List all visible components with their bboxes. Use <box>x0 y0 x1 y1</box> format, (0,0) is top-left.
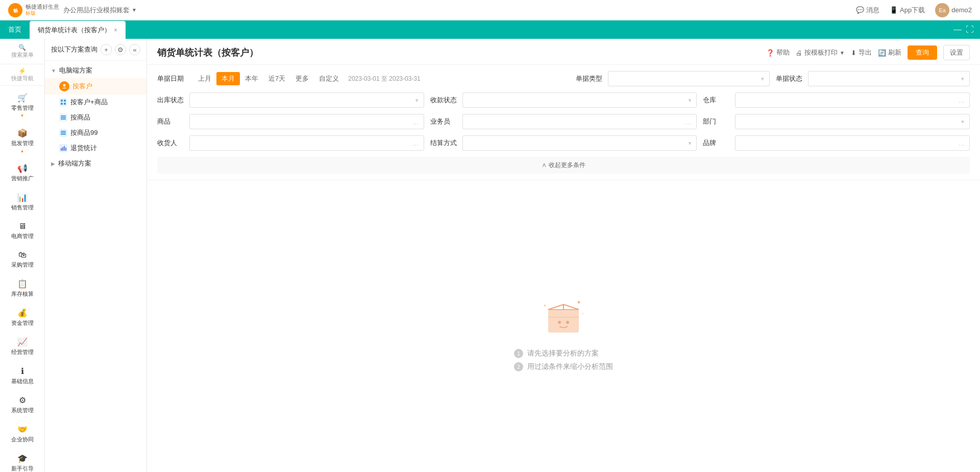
finance-icon: 💰 <box>17 308 28 318</box>
tab-home[interactable]: 首页 <box>0 20 30 39</box>
svg-text:✦: ✦ <box>543 303 547 308</box>
svg-point-21 <box>566 321 569 324</box>
delivery-select[interactable]: ▼ <box>189 92 424 108</box>
settings-btn[interactable]: 设置 <box>943 45 970 60</box>
message-btn[interactable]: 💬 消息 <box>856 6 879 15</box>
date-btn-this-year[interactable]: 本年 <box>240 72 263 85</box>
marketing-icon: 📢 <box>17 163 28 173</box>
panel-add-btn[interactable]: + <box>101 44 112 55</box>
tree-item-by-customer[interactable]: 按客户 <box>45 78 146 95</box>
filter-col-brand: 品牌 … <box>703 135 970 151</box>
basic-icon: ℹ <box>21 366 24 376</box>
by-customer-product-icon <box>59 98 67 106</box>
sidebar-item-finance[interactable]: 💰 资金管理 <box>0 303 44 332</box>
tree-section: ▼ 电脑端方案 按客户 按客户+商品 <box>45 61 146 173</box>
panel-collapse-btn[interactable]: « <box>129 44 140 55</box>
sidebar-item-ecommerce[interactable]: 🖥 电商管理 <box>0 217 44 245</box>
filter-row-date: 单据日期 上月 本月 本年 近7天 更多 自定义 2023-03-01 至 20… <box>157 71 970 86</box>
payment-control: ▼ <box>462 92 697 108</box>
sidebar-item-operations[interactable]: 📈 经营管理 <box>0 332 44 361</box>
date-btn-more[interactable]: 更多 <box>290 72 314 85</box>
sidebar-item-enterprise[interactable]: 🤝 企业协同 <box>0 419 44 449</box>
download-icon: 📱 <box>890 6 898 14</box>
sidebar-item-system[interactable]: ⚙ 系统管理 <box>0 390 44 419</box>
date-btn-7days[interactable]: 近7天 <box>263 72 290 85</box>
settlement-arrow-icon: ▼ <box>687 140 692 146</box>
tree-group-desktop-header[interactable]: ▼ 电脑端方案 <box>45 63 146 78</box>
tree-group-mobile[interactable]: ▶ 移动端方案 <box>45 156 146 171</box>
svg-rect-10 <box>61 131 66 132</box>
product-select[interactable]: … <box>189 114 424 129</box>
order-type-select[interactable]: ▼ <box>608 71 770 86</box>
sidebar-item-wholesale[interactable]: 📦 批发管理 ▲ <box>0 123 44 158</box>
inventory-icon: 📋 <box>17 279 28 289</box>
svg-rect-12 <box>61 134 66 135</box>
purchase-icon: 🛍 <box>18 250 27 259</box>
sidebar-search[interactable]: 🔍 搜索菜单 <box>0 39 44 64</box>
filter-row-4: 收货人 … 结算方式 ▼ <box>157 135 970 151</box>
tree-item-by-product[interactable]: 按商品 <box>45 110 146 125</box>
warehouse-label: 仓库 <box>703 96 731 105</box>
sidebar-item-marketing[interactable]: 📢 营销推广 <box>0 158 44 187</box>
order-type-control: ▼ <box>608 71 770 86</box>
sidebar-item-newbie[interactable]: 🎓 新手引导 <box>0 449 44 472</box>
settlement-select[interactable]: ▼ <box>462 135 697 151</box>
collapse-bar[interactable]: ∧ 收起更多条件 <box>157 157 970 174</box>
sidebar-item-purchase[interactable]: 🛍 采购管理 <box>0 245 44 274</box>
brand-select[interactable]: … <box>735 135 970 151</box>
refresh-icon: 🔄 <box>878 49 886 57</box>
filter-col-department: 部门 ▼ <box>703 114 970 129</box>
date-btn-custom[interactable]: 自定义 <box>314 72 344 85</box>
filter-row-3: 商品 … 业务员 … 部门 <box>157 114 970 129</box>
tree-group-mobile-label: 移动端方案 <box>58 159 91 168</box>
sidebar-nav[interactable]: ⚡ 快捷导航 <box>0 64 44 86</box>
export-btn[interactable]: ⬇ 导出 <box>851 48 872 57</box>
refresh-btn[interactable]: 🔄 刷新 <box>878 48 901 57</box>
svg-text:✦: ✦ <box>576 299 581 306</box>
tree-group-desktop: ▼ 电脑端方案 按客户 按客户+商品 <box>45 63 146 156</box>
industry-selector[interactable]: 办公用品行业模拟账套 ▼ <box>63 6 137 15</box>
filter-row-2: 出库状态 ▼ 收款状态 ▼ <box>157 92 970 108</box>
sidebar-item-sales[interactable]: 📊 销售管理 <box>0 187 44 217</box>
date-btn-this-month[interactable]: 本月 <box>216 72 240 85</box>
query-btn[interactable]: 查询 <box>908 45 937 60</box>
salesperson-select[interactable]: … <box>462 114 697 129</box>
tree-item-return-stats[interactable]: 退货统计 <box>45 140 146 156</box>
tree-item-by-product-99[interactable]: 按商品99 <box>45 125 146 140</box>
by-product-99-icon <box>59 129 67 137</box>
panel-settings-btn[interactable]: ⚙ <box>115 44 126 55</box>
tree-item-by-customer-product[interactable]: 按客户+商品 <box>45 95 146 110</box>
mobile-arrow-icon: ▶ <box>51 161 55 167</box>
department-select[interactable]: ▼ <box>735 114 970 129</box>
by-customer-icon <box>59 81 69 91</box>
sidebar: 🔍 搜索菜单 ⚡ 快捷导航 🛒 零售管理 ▼ 📦 批发管理 ▲ 📢 营销推广 📊… <box>0 39 45 472</box>
brand-label: 品牌 <box>703 138 731 148</box>
svg-rect-16 <box>65 148 66 151</box>
sidebar-item-retail[interactable]: 🛒 零售管理 ▼ <box>0 88 44 123</box>
app-download-btn[interactable]: 📱 App下载 <box>890 6 925 15</box>
sidebar-item-basic[interactable]: ℹ 基础信息 <box>0 361 44 390</box>
content-area: 销货单统计表（按客户） ❓ 帮助 🖨 按模板打印 ▼ ⬇ 导出 🔄 刷新 <box>147 39 980 472</box>
order-status-label: 单据状态 <box>776 74 804 83</box>
brand-dots-icon: … <box>958 139 965 147</box>
settlement-label: 结算方式 <box>430 138 458 148</box>
sidebar-item-inventory[interactable]: 📋 库存核算 <box>0 274 44 303</box>
payment-select[interactable]: ▼ <box>462 92 697 108</box>
tab-restore-icon[interactable]: — <box>953 25 962 34</box>
logo-icon: 畅 <box>8 3 22 17</box>
order-status-select[interactable]: ▼ <box>808 71 970 86</box>
user-area[interactable]: Ea demo2 <box>935 3 972 17</box>
tab-maximize-icon[interactable]: ⛶ <box>966 25 974 34</box>
header-right: 💬 消息 📱 App下载 Ea demo2 <box>856 3 972 17</box>
help-btn[interactable]: ❓ 帮助 <box>766 48 790 57</box>
recipient-dots-icon: … <box>412 139 420 147</box>
date-btn-last-month[interactable]: 上月 <box>193 72 216 85</box>
svg-text:✦: ✦ <box>581 312 584 315</box>
tab-close-icon[interactable]: × <box>114 27 117 34</box>
warehouse-select[interactable]: … <box>735 92 970 108</box>
warehouse-control: … <box>735 92 970 108</box>
svg-point-20 <box>558 321 561 324</box>
tab-active[interactable]: 销货单统计表（按客户） × <box>30 21 126 39</box>
print-btn[interactable]: 🖨 按模板打印 ▼ <box>796 48 845 57</box>
recipient-select[interactable]: … <box>189 135 424 151</box>
